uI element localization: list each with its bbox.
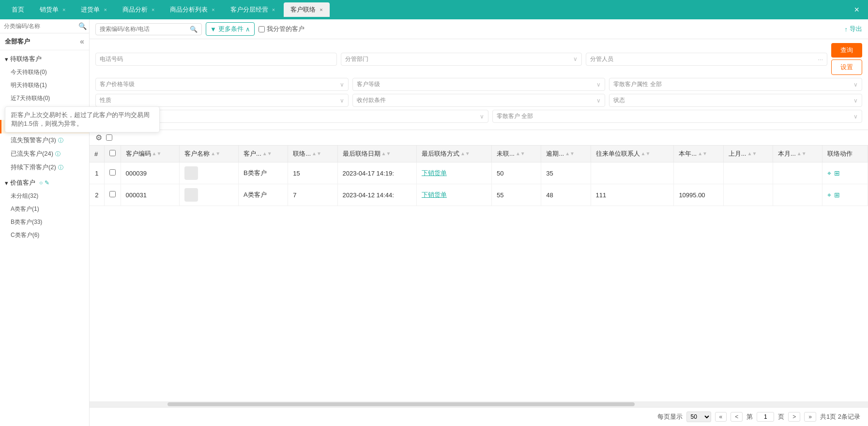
- prev-page-button[interactable]: <: [731, 412, 743, 422]
- export-button[interactable]: ↑ 导出: [845, 25, 863, 33]
- th-this-year[interactable]: 本年... ▲▼: [674, 146, 723, 162]
- more-conditions-button[interactable]: ▼ 更多条件 ∧: [206, 22, 255, 36]
- sidebar-item-churn-warning[interactable]: 流失预警客户(3) ⓘ: [0, 133, 89, 147]
- sort-icon-unit: ▲▼: [641, 151, 651, 156]
- sidebar-search-icon[interactable]: 🔍: [78, 22, 87, 30]
- th-contact[interactable]: 联络... ▲▼: [288, 146, 337, 162]
- row2-last-method[interactable]: 下销货单: [416, 184, 491, 206]
- scrollbar-thumb[interactable]: [168, 402, 635, 406]
- row1-checkbox[interactable]: [109, 169, 116, 176]
- my-customer-filter[interactable]: 我分管的客户: [259, 25, 305, 33]
- price-level-field[interactable]: 客户价格等级 ∨: [95, 78, 349, 91]
- next-page-button[interactable]: >: [788, 412, 800, 422]
- nav-tab-analysis[interactable]: 商品分析 ×: [116, 2, 161, 17]
- th-cust-type[interactable]: 客户... ▲▼: [238, 146, 288, 162]
- nav-tab-purchase[interactable]: 进货单 ×: [74, 2, 113, 17]
- row1-last-method[interactable]: 下销货单: [416, 162, 491, 184]
- retail-cust-field[interactable]: 零散客户 全部 ∨: [492, 110, 862, 123]
- sidebar-item-7days[interactable]: 近7天待联络(0): [0, 92, 89, 105]
- nav-tab-analysis-list-close[interactable]: ×: [212, 7, 214, 13]
- th-not-contact[interactable]: 未联... ▲▼: [492, 146, 541, 162]
- phone-input[interactable]: [125, 56, 333, 62]
- cust-level-field[interactable]: 客户等级 ∨: [352, 78, 606, 91]
- sidebar-item-today[interactable]: 今天待联络(0): [0, 66, 89, 79]
- row2-last-method-link[interactable]: 下销货单: [422, 191, 447, 198]
- nav-tab-customer-seg-label: 客户分层经营: [230, 5, 268, 14]
- th-last-month[interactable]: 上月... ▲▼: [723, 146, 773, 162]
- header-checkbox[interactable]: [109, 150, 116, 156]
- phone-label: 电话号码: [100, 55, 123, 63]
- row1-num: 1: [90, 162, 104, 184]
- dept-field[interactable]: 分管部门 ∨: [341, 53, 582, 66]
- status-field[interactable]: 状态 ∨: [609, 94, 862, 107]
- th-unit-contacts[interactable]: 往来单位联系人 ▲▼: [591, 146, 674, 162]
- th-code[interactable]: 客户编码 ▲▼: [121, 146, 180, 162]
- th-action: 联络动作: [822, 146, 868, 162]
- nav-tab-customer-seg-close[interactable]: ×: [272, 7, 275, 13]
- row2-last-month: [723, 184, 773, 206]
- nav-tab-analysis-list[interactable]: 商品分析列表 ×: [163, 2, 221, 17]
- nav-tab-sales-close[interactable]: ×: [62, 7, 65, 13]
- th-last-method[interactable]: 最后联络方式 ▲▼: [416, 146, 491, 162]
- table-row: 1 000039 B类客户 15 2023-04-17 14:19: 下销货单: [90, 162, 868, 184]
- value-flag-icon[interactable]: ✎: [45, 179, 49, 186]
- sidebar-section-pending-title[interactable]: ▾ 待联络客户: [0, 52, 89, 66]
- gender-field[interactable]: 性质 ∨: [95, 94, 349, 107]
- nav-tab-home[interactable]: 首页: [5, 2, 31, 17]
- sort-icon-overdue: ▲▼: [565, 151, 575, 156]
- table-settings-icon[interactable]: ⚙: [95, 133, 102, 142]
- sidebar-search-input[interactable]: [4, 23, 76, 29]
- sidebar-item-churned[interactable]: 已流失客户(24) ⓘ: [0, 147, 89, 161]
- select-all-checkbox[interactable]: [106, 134, 112, 141]
- nav-tab-customer-seg[interactable]: 客户分层经营 ×: [224, 2, 282, 17]
- th-last-date[interactable]: 最后联络日期 ▲▼: [337, 146, 416, 162]
- retail-attr-field[interactable]: 零散客户属性 全部 ∨: [609, 78, 862, 91]
- sidebar-item-c-class[interactable]: C类客户(6): [0, 229, 89, 242]
- per-page-select[interactable]: 50 100: [686, 411, 711, 422]
- page-input[interactable]: [757, 412, 774, 422]
- search-icon[interactable]: 🔍: [190, 26, 198, 33]
- row2-view-icon[interactable]: ⌖: [827, 191, 831, 199]
- cust-type-field[interactable]: 客户类型 ∨: [119, 110, 488, 123]
- th-overdue[interactable]: 逾期... ▲▼: [541, 146, 591, 162]
- row1-last-method-link[interactable]: 下销货单: [422, 169, 447, 176]
- sidebar-item-declining[interactable]: 持续下滑客户(2) ⓘ: [0, 161, 89, 174]
- sidebar-collapse-button[interactable]: «: [80, 37, 84, 46]
- row2-not-contact: 55: [492, 184, 541, 206]
- my-customer-checkbox[interactable]: [259, 26, 265, 32]
- first-page-button[interactable]: «: [715, 412, 727, 422]
- last-page-button[interactable]: »: [804, 412, 816, 422]
- phone-field[interactable]: 电话号码: [95, 53, 337, 66]
- sidebar-item-tomorrow[interactable]: 明天待联络(1): [0, 79, 89, 92]
- search-input[interactable]: [100, 26, 188, 32]
- sidebar-item-a-class[interactable]: A类客户(1): [0, 203, 89, 216]
- nav-tab-sales[interactable]: 销货单 ×: [33, 2, 72, 17]
- sidebar-item-ungrouped[interactable]: 未分组(32): [0, 190, 89, 203]
- payment-field[interactable]: 收付款条件 ∨: [352, 94, 606, 107]
- nav-tab-analysis-close[interactable]: ×: [152, 7, 154, 13]
- query-button[interactable]: 查询: [831, 43, 862, 58]
- dept-label: 分管部门: [345, 55, 368, 63]
- value-edit-icon[interactable]: ○: [39, 179, 43, 186]
- declining-info-icon: ⓘ: [58, 164, 63, 171]
- nav-tab-customer-contact[interactable]: 客户联络 ×: [284, 2, 329, 17]
- status-dropdown-icon: ∨: [853, 97, 858, 104]
- close-all-button[interactable]: ×: [850, 5, 863, 15]
- th-name[interactable]: 客户名称 ▲▼: [180, 146, 239, 162]
- row2-checkbox[interactable]: [109, 191, 116, 197]
- manager-field[interactable]: 分管人员 ···: [586, 53, 827, 66]
- settings-button[interactable]: 设置: [831, 59, 862, 75]
- nav-tab-customer-contact-close[interactable]: ×: [320, 7, 322, 13]
- row1-contact-icon[interactable]: ⊞: [834, 169, 840, 177]
- th-this-month[interactable]: 本月... ▲▼: [773, 146, 822, 162]
- nav-tab-purchase-close[interactable]: ×: [104, 7, 107, 13]
- horizontal-scrollbar[interactable]: [90, 401, 868, 407]
- sidebar-section-value-title[interactable]: ▾ 价值客户 ○ ✎: [0, 176, 89, 190]
- manager-dots[interactable]: ···: [818, 56, 823, 63]
- cust-type-dropdown-icon: ∨: [480, 113, 484, 120]
- row1-view-icon[interactable]: ⌖: [827, 169, 831, 177]
- dept-dropdown-icon: ∨: [573, 56, 578, 62]
- retail-cust-dropdown-icon: ∨: [853, 113, 858, 120]
- row2-contact-icon[interactable]: ⊞: [834, 191, 840, 199]
- sidebar-item-b-class[interactable]: B类客户(33): [0, 216, 89, 229]
